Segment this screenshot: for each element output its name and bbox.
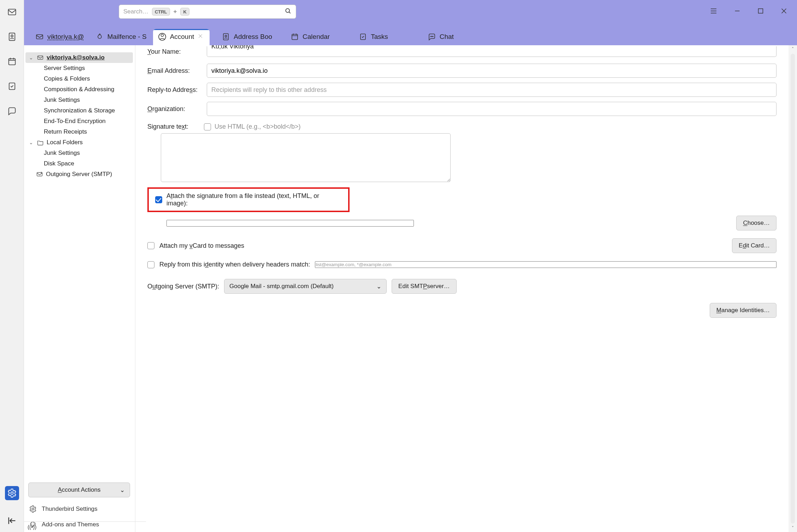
chevron-down-icon: ⌄ xyxy=(120,486,125,494)
attach-vcard-checkbox[interactable] xyxy=(147,242,154,249)
svg-rect-13 xyxy=(292,34,298,40)
kbd-k: K xyxy=(180,8,189,16)
email-label: Email Address: xyxy=(147,67,200,75)
kbd-plus: + xyxy=(174,8,177,15)
edit-smtp-button[interactable]: Edit SMTP server… xyxy=(392,279,456,294)
svg-rect-7 xyxy=(758,9,763,13)
app-menu-icon[interactable] xyxy=(709,7,718,17)
smtp-label: Outgoing Server (SMTP): xyxy=(147,283,219,290)
sidebar-lf-junk[interactable]: Junk Settings xyxy=(25,148,133,158)
calendar-space-icon[interactable] xyxy=(5,54,19,69)
status-bar: ((•)) xyxy=(24,521,146,532)
sidebar-server-settings[interactable]: Server Settings xyxy=(25,63,133,74)
organization-field[interactable] xyxy=(207,102,777,116)
close-window-button[interactable] xyxy=(780,7,788,16)
account-sidebar: ⌄ viktoriya.k@solva.io Server Settings C… xyxy=(24,45,135,532)
attach-vcard-label: Attach my vCard to messages xyxy=(159,242,244,250)
search-placeholder: Search… xyxy=(123,8,148,15)
tab-tasks[interactable]: Tasks xyxy=(354,29,394,45)
your-name-label: Your Name: xyxy=(147,48,200,55)
tab-mail-account[interactable]: viktoriya.k@ xyxy=(30,29,90,45)
svg-point-20 xyxy=(32,508,34,510)
sidebar-copies-folders[interactable]: Copies & Folders xyxy=(25,74,133,84)
svg-rect-0 xyxy=(8,9,16,15)
global-search[interactable]: Search… CTRL + K xyxy=(119,5,296,19)
signature-text-label: Signature text: xyxy=(147,123,200,130)
svg-point-16 xyxy=(432,36,432,37)
addressbook-space-icon[interactable] xyxy=(5,30,19,44)
mail-space-icon[interactable] xyxy=(5,5,19,19)
activity-indicator-icon: ((•)) xyxy=(28,524,36,530)
manage-identities-button[interactable]: Manage Identities… xyxy=(710,303,777,318)
tasks-space-icon[interactable] xyxy=(5,79,19,93)
maximize-button[interactable] xyxy=(757,7,764,16)
thunderbird-settings-link[interactable]: Thunderbird Settings xyxy=(29,505,131,513)
svg-point-12 xyxy=(225,35,227,37)
tab-chat[interactable]: Chat xyxy=(423,29,460,45)
smtp-select[interactable]: Google Mail - smtp.gmail.com (Default) ⌄ xyxy=(224,279,387,294)
attach-signature-file-checkbox[interactable] xyxy=(155,196,162,203)
svg-point-17 xyxy=(433,36,433,37)
svg-point-15 xyxy=(430,36,431,37)
reply-to-label: Reply-to Address: xyxy=(147,86,200,94)
signature-textarea[interactable] xyxy=(161,133,451,182)
sidebar-sync-storage[interactable]: Synchronization & Storage xyxy=(25,105,133,116)
svg-point-2 xyxy=(11,35,13,37)
sidebar-lf-disk[interactable]: Disk Space xyxy=(25,158,133,169)
highlight-attach-signature: Attach the signature from a file instead… xyxy=(147,187,350,212)
chevron-down-icon: ⌄ xyxy=(28,55,34,60)
close-tab-icon[interactable] xyxy=(198,33,203,41)
sidebar-local-folders[interactable]: ⌄ Local Folders xyxy=(25,137,133,148)
reply-to-field[interactable] xyxy=(207,83,777,97)
reply-identity-field[interactable] xyxy=(315,261,777,268)
svg-point-9 xyxy=(161,34,163,37)
search-icon xyxy=(285,7,292,16)
signature-file-path-field[interactable] xyxy=(166,220,414,227)
chevron-down-icon: ⌄ xyxy=(376,283,381,290)
account-settings-content: Your Name: Ku;uk Viktoriya Email Address… xyxy=(135,45,789,532)
settings-space-icon[interactable] xyxy=(5,486,19,500)
svg-rect-3 xyxy=(8,59,15,65)
kbd-ctrl: CTRL xyxy=(152,8,170,16)
attach-signature-file-label: Attach the signature from a file instead… xyxy=(166,192,342,207)
email-field[interactable] xyxy=(207,64,777,78)
scroll-up-arrow[interactable]: ˄ xyxy=(789,45,797,53)
sidebar-account-main[interactable]: ⌄ viktoriya.k@solva.io xyxy=(25,52,133,63)
chevron-down-icon: ⌄ xyxy=(28,140,34,145)
sidebar-composition[interactable]: Composition & Addressing xyxy=(25,84,133,95)
use-html-checkbox[interactable] xyxy=(204,123,211,130)
reply-identity-label: Reply from this identity when delivery h… xyxy=(159,261,310,268)
scroll-track[interactable] xyxy=(791,54,795,524)
account-actions-button[interactable]: Account Actions ⌄ xyxy=(28,483,130,497)
sidebar-return-receipts[interactable]: Return Receipts xyxy=(25,127,133,137)
svg-point-5 xyxy=(11,492,13,495)
choose-file-button[interactable]: Choose… xyxy=(736,216,777,230)
titlebar: Search… CTRL + K xyxy=(24,0,797,23)
sidebar-e2e[interactable]: End-To-End Encryption xyxy=(25,116,133,127)
sidebar-outgoing-smtp[interactable]: Outgoing Server (SMTP) xyxy=(25,169,133,180)
tab-address-book[interactable]: Address Boo xyxy=(217,29,279,45)
vertical-scrollbar[interactable]: ˄ ˅ xyxy=(789,45,797,532)
tab-account-settings[interactable]: Account xyxy=(153,29,210,45)
tab-calendar[interactable]: Calendar xyxy=(286,29,336,45)
sidebar-junk[interactable]: Junk Settings xyxy=(25,95,133,105)
organization-label: Organization: xyxy=(147,105,200,113)
use-html-label: Use HTML (e.g., <b>bold</b>) xyxy=(215,123,300,130)
your-name-field[interactable]: Ku;uk Viktoriya xyxy=(207,46,777,57)
tab-bar: viktoriya.k@ Mailfence - S Account Addre… xyxy=(24,23,797,45)
svg-rect-18 xyxy=(38,56,43,59)
reply-identity-checkbox[interactable] xyxy=(147,261,154,268)
spaces-toolbar xyxy=(0,0,24,532)
svg-point-6 xyxy=(286,8,289,12)
svg-rect-8 xyxy=(36,35,43,39)
chat-space-icon[interactable] xyxy=(5,104,19,118)
edit-card-button[interactable]: Edit Card… xyxy=(732,238,777,253)
scroll-down-arrow[interactable]: ˅ xyxy=(789,524,797,532)
collapse-spaces-icon[interactable] xyxy=(0,509,24,532)
tab-mailfence[interactable]: Mailfence - S xyxy=(90,29,153,45)
minimize-button[interactable] xyxy=(733,7,741,16)
